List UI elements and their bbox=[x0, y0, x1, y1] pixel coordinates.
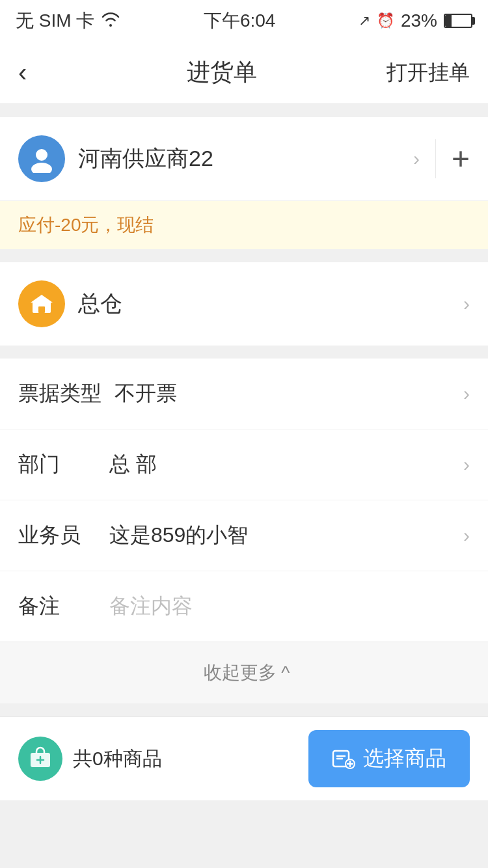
section-divider-3 bbox=[0, 346, 488, 359]
svg-rect-4 bbox=[38, 306, 45, 313]
salesman-label: 业务员 bbox=[18, 521, 96, 550]
vertical-divider bbox=[435, 139, 436, 178]
note-row[interactable]: 备注 备注内容 bbox=[0, 571, 488, 642]
nav-bar: ‹ 进货单 打开挂单 bbox=[0, 42, 488, 104]
warehouse-row[interactable]: 总仓 › bbox=[0, 262, 488, 346]
status-left: 无 SIM 卡 bbox=[16, 8, 120, 33]
gray-fill-area bbox=[0, 800, 488, 868]
goods-icon bbox=[18, 737, 62, 781]
warehouse-icon bbox=[18, 280, 65, 327]
invoice-type-label: 票据类型 bbox=[18, 379, 102, 408]
section-divider-4 bbox=[0, 703, 488, 716]
select-goods-label: 选择商品 bbox=[363, 744, 446, 773]
invoice-chevron-icon: › bbox=[463, 383, 470, 405]
warehouse-section: 总仓 › bbox=[0, 262, 488, 346]
supplier-avatar bbox=[18, 135, 65, 182]
warehouse-name: 总仓 bbox=[78, 289, 463, 319]
department-chevron-icon: › bbox=[463, 454, 470, 476]
wifi-icon bbox=[101, 10, 120, 31]
add-supplier-button[interactable]: + bbox=[452, 143, 470, 174]
goods-count-area: 共0种商品 bbox=[18, 737, 162, 781]
status-right: ↗ ⏰ 23% bbox=[359, 10, 472, 31]
select-goods-button[interactable]: 选择商品 bbox=[308, 730, 470, 787]
invoice-type-row[interactable]: 票据类型 不开票 › bbox=[0, 359, 488, 429]
select-goods-icon bbox=[332, 747, 355, 770]
department-row[interactable]: 部门 总 部 › bbox=[0, 429, 488, 500]
supplier-chevron-icon: › bbox=[413, 148, 420, 170]
notice-banner: 应付-20元，现结 bbox=[0, 201, 488, 249]
bottom-bar: 共0种商品 选择商品 bbox=[0, 716, 488, 800]
battery-text: 23% bbox=[401, 10, 437, 31]
status-bar: 无 SIM 卡 下午6:04 ↗ ⏰ 23% bbox=[0, 0, 488, 42]
salesman-value: 这是859的小智 bbox=[96, 521, 463, 550]
location-icon: ↗ bbox=[359, 12, 370, 29]
svg-point-0 bbox=[36, 149, 47, 161]
department-label: 部门 bbox=[18, 450, 96, 479]
open-pending-button[interactable]: 打开挂单 bbox=[386, 59, 470, 87]
goods-count-text: 共0种商品 bbox=[73, 746, 162, 772]
note-label: 备注 bbox=[18, 592, 96, 621]
carrier-text: 无 SIM 卡 bbox=[16, 8, 94, 33]
salesman-chevron-icon: › bbox=[463, 524, 470, 547]
page-title: 进货单 bbox=[57, 57, 386, 88]
battery-icon bbox=[444, 14, 472, 28]
supplier-row[interactable]: 河南供应商22 › + bbox=[0, 117, 488, 201]
form-section: 票据类型 不开票 › 部门 总 部 › 业务员 这是859的小智 › 备注 备注… bbox=[0, 359, 488, 703]
department-value: 总 部 bbox=[96, 450, 463, 479]
collapse-row[interactable]: 收起更多 ^ bbox=[0, 642, 488, 703]
svg-marker-3 bbox=[31, 295, 53, 303]
section-divider-1 bbox=[0, 104, 488, 117]
svg-point-1 bbox=[31, 163, 52, 173]
time-display: 下午6:04 bbox=[204, 8, 276, 33]
supplier-section: 河南供应商22 › + 应付-20元，现结 bbox=[0, 117, 488, 249]
note-input[interactable]: 备注内容 bbox=[96, 592, 470, 621]
salesman-row[interactable]: 业务员 这是859的小智 › bbox=[0, 500, 488, 571]
invoice-type-value: 不开票 bbox=[102, 379, 463, 408]
supplier-name: 河南供应商22 bbox=[78, 144, 413, 174]
alarm-icon: ⏰ bbox=[377, 12, 394, 29]
collapse-label: 收起更多 ^ bbox=[204, 660, 290, 685]
section-divider-2 bbox=[0, 249, 488, 262]
warehouse-chevron-icon: › bbox=[463, 293, 470, 315]
back-button[interactable]: ‹ bbox=[18, 58, 57, 87]
